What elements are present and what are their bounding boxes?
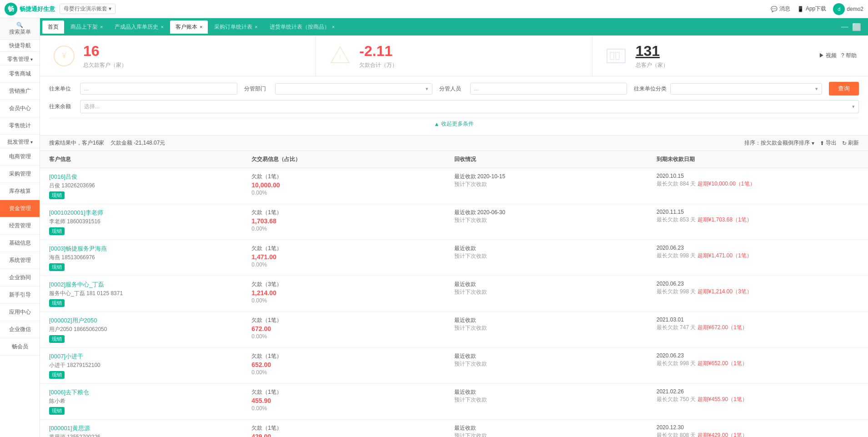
customer-name-1[interactable]: [0001020001]李老师 — [49, 209, 251, 217]
sidebar: 🔍 搜索菜单 快捷导航 零售管理 ▾ 零售商城 营销推广 会员中心 零售统计 — [0, 18, 40, 437]
customer-name-3[interactable]: [0002]服务中心_丁磊 — [49, 281, 251, 289]
collapse-filters-button[interactable]: ▲ 收起更多条件 — [49, 118, 859, 130]
overdue-link-6[interactable]: 超期¥455.90（1笔） — [697, 396, 748, 402]
sidebar-item-inventory-check[interactable]: 库存核算 — [0, 183, 40, 200]
due-date-3: 2020.06.23 — [657, 281, 859, 287]
sidebar-item-member-center[interactable]: 会员中心 — [0, 100, 40, 117]
customer-name-2[interactable]: [0003]畅捷服务尹海燕 — [49, 245, 251, 253]
filter-row-1: 往来单位 ... 分管部门 ▾ — [49, 82, 859, 95]
source-unit-input[interactable]: ... — [80, 83, 237, 95]
sidebar-item-batch-mgmt[interactable]: 批发管理 ▾ — [0, 135, 40, 148]
table-row: [0003]畅捷服务尹海燕 海燕 18513066976 现销 欠款（1笔） 1… — [40, 240, 868, 276]
stat-info-debt-total: -2.11 欠款合计（万） — [359, 42, 580, 69]
maximize-button[interactable]: ⬜ — [852, 23, 861, 31]
overdue-link-4[interactable]: 超期¥672.00（1笔） — [697, 324, 748, 331]
recovery-date-3: 最近收款 — [454, 281, 657, 288]
tab-customer-account[interactable]: 客户账本 × — [170, 20, 208, 34]
sidebar-item-quick-nav[interactable]: 快捷导航 — [0, 40, 40, 52]
tab-close-purchase-order[interactable]: × — [255, 24, 257, 30]
tab-purchase-stats[interactable]: 进货单统计表（按商品） × — [264, 20, 340, 34]
tab-products-off[interactable]: 商品上下架 × — [65, 20, 108, 34]
video-link[interactable]: ▶ 视频 — [819, 52, 837, 60]
message-button[interactable]: 💬 消息 — [771, 5, 790, 13]
customer-name-7[interactable]: [000001]黄思源 — [49, 424, 251, 432]
tab-close-customer-account[interactable]: × — [200, 24, 202, 30]
category-dropdown[interactable]: ▾ — [670, 83, 822, 95]
sidebar-item-app-center[interactable]: 应用中心 — [0, 304, 40, 321]
logo-text: 畅捷通好生意 — [20, 5, 55, 13]
debt-info-6: 欠款（1笔） 455.90 0.00% — [251, 388, 454, 412]
svg-rect-5 — [610, 52, 614, 60]
sidebar-search[interactable]: 🔍 搜索菜单 — [0, 18, 40, 40]
overdue-link-5[interactable]: 超期¥652.00（1笔） — [697, 360, 748, 367]
due-days-4: 最长欠款 747 天 超期¥672.00（1笔） — [657, 324, 859, 332]
stat-card-total-customers: 131 总客户（家） ▶ 视频 ? 帮助 — [592, 35, 868, 76]
sidebar-item-retail-store[interactable]: 零售商城 — [0, 65, 40, 83]
app-download-button[interactable]: 📱 App下载 — [797, 5, 826, 13]
export-button[interactable]: ⬆ 导出 — [820, 139, 837, 147]
customer-name-6[interactable]: [0006]去下粮仓 — [49, 388, 251, 397]
search-button[interactable]: 查询 — [829, 82, 859, 95]
overdue-link-0[interactable]: 超期¥10,000.00（1笔） — [697, 181, 755, 187]
debt-count-4: 欠款（1笔） — [251, 316, 454, 324]
customer-info-4: [000002]用户2050 用户2050 18665062050 现销 — [49, 316, 251, 343]
sidebar-item-retail-mgmt[interactable]: 零售管理 ▾ — [0, 52, 40, 65]
customer-name-0[interactable]: [0016]吕俊 — [49, 173, 251, 181]
table-row: [0002]服务中心_丁磊 服务中心_丁磊 181 0125 8371 现销 欠… — [40, 276, 868, 312]
filter-section: 往来单位 ... 分管部门 ▾ — [40, 76, 868, 136]
sidebar-item-purchase-mgmt[interactable]: 采购管理 — [0, 166, 40, 183]
customer-phone-6: 陈小希 — [49, 397, 251, 405]
sidebar-item-retail-stats[interactable]: 零售统计 — [0, 117, 40, 135]
chevron-down-icon: ▾ — [30, 140, 33, 145]
overdue-link-2[interactable]: 超期¥1,471.00（1笔） — [697, 252, 752, 259]
overdue-link-3[interactable]: 超期¥1,214.00（3笔） — [697, 288, 752, 295]
customer-tag-5: 现销 — [49, 371, 65, 379]
overdue-link-7[interactable]: 超期¥429.00（1笔） — [697, 432, 748, 437]
customer-phone-5: 小进干 18279152100 — [49, 362, 251, 369]
balance-select[interactable]: 选择... ▾ — [80, 100, 859, 113]
sidebar-item-system-mgmt[interactable]: 系统管理 — [0, 252, 40, 269]
sidebar-item-finance-mgmt[interactable]: 资金管理 — [0, 200, 40, 217]
debt-count-1: 欠款（1笔） — [251, 209, 454, 216]
minimize-button[interactable]: — — [841, 23, 848, 31]
sidebar-item-new-guide[interactable]: 新手引导 — [0, 286, 40, 304]
recovery-date-6: 最近收款 — [454, 388, 657, 396]
customer-name-4[interactable]: [000002]用户2050 — [49, 316, 251, 325]
overdue-link-1[interactable]: 超期¥1,703.68（1笔） — [697, 216, 752, 223]
customer-tag-3: 现销 — [49, 299, 65, 307]
sort-selector[interactable]: 排序：按欠款金额倒序排序 ▾ — [744, 139, 814, 147]
recovery-next-2: 预计下次收款 — [454, 252, 657, 260]
message-icon: 💬 — [771, 6, 778, 12]
help-link[interactable]: ? 帮助 — [841, 52, 857, 60]
refresh-button[interactable]: ↻ 刷新 — [842, 139, 859, 147]
sidebar-item-enterprise-collab[interactable]: 企业协同 — [0, 269, 40, 286]
sidebar-item-operations-mgmt[interactable]: 经营管理 — [0, 217, 40, 235]
sidebar-item-basic-info[interactable]: 基础信息 — [0, 235, 40, 252]
tab-home[interactable]: 首页 — [42, 20, 64, 34]
customer-name-5[interactable]: [0007]小进干 — [49, 352, 251, 361]
recovery-date-0: 最近收款 2020-10-15 — [454, 173, 657, 181]
tab-close-production-history[interactable]: × — [161, 24, 163, 30]
tab-close-purchase-stats[interactable]: × — [332, 24, 335, 30]
stat-info-debt-customers: 16 总欠款客户（家） — [83, 42, 304, 69]
filter-source-unit: 往来单位 ... — [49, 83, 237, 95]
tab-close-products-off[interactable]: × — [100, 24, 103, 30]
tab-purchase-order[interactable]: 采购订单统计表 × — [209, 20, 263, 34]
sidebar-item-ecommerce-mgmt[interactable]: 电商管理 — [0, 148, 40, 166]
company-selector[interactable]: 母婴行业演示账套 ▾ — [60, 4, 115, 14]
person-input[interactable]: ... — [470, 83, 627, 95]
customer-tag-2: 现销 — [49, 263, 65, 271]
dept-dropdown[interactable]: ▾ — [275, 83, 432, 95]
debt-amount-3: 1,214.00 — [251, 289, 454, 296]
debt-info-3: 欠款（3笔） 1,214.00 0.00% — [251, 281, 454, 304]
sidebar-item-enterprise-wechat[interactable]: 企业微信 — [0, 321, 40, 338]
debt-info-7: 欠款（1笔） 429.00 0.00% — [251, 424, 454, 437]
user-profile[interactable]: d demo2 — [833, 3, 863, 15]
svg-rect-6 — [616, 52, 619, 60]
table-row: [000001]黄思源 黄思源 13552700226 现销 欠款（1笔） 42… — [40, 420, 868, 437]
sidebar-item-member-plus[interactable]: 畅会员 — [0, 338, 40, 356]
recovery-info-3: 最近收款 预计下次收款 — [454, 281, 657, 296]
tab-production-history[interactable]: 产成品入库单历史 × — [109, 20, 169, 34]
page-content: ¥ 16 总欠款客户（家） ! — [40, 35, 868, 437]
sidebar-item-marketing[interactable]: 营销推广 — [0, 83, 40, 100]
